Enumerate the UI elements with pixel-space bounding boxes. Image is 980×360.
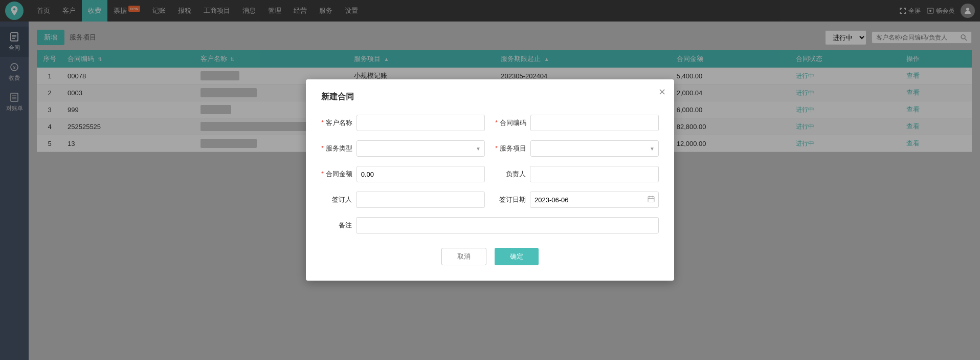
label-contract-code: 合同编码 bbox=[495, 118, 526, 128]
input-amount[interactable] bbox=[357, 166, 485, 182]
modal-close-button[interactable]: ✕ bbox=[658, 87, 666, 98]
field-contract-code: 合同编码 bbox=[495, 115, 659, 131]
field-sign-date: 签订日期 bbox=[495, 192, 659, 208]
confirm-button[interactable]: 确定 bbox=[495, 248, 539, 265]
input-sign-date[interactable] bbox=[530, 192, 659, 208]
input-contract-code[interactable] bbox=[530, 115, 659, 131]
form-row-5: 备注 bbox=[321, 217, 659, 234]
modal-title: 新建合同 bbox=[321, 92, 659, 102]
label-responsible: 负责人 bbox=[495, 170, 526, 179]
field-notes: 备注 bbox=[321, 217, 659, 234]
label-service-type: 服务类型 bbox=[321, 144, 352, 153]
field-client-name: 客户名称 bbox=[321, 115, 485, 131]
select-service-type[interactable] bbox=[357, 140, 485, 157]
label-signer: 签订人 bbox=[321, 195, 352, 204]
label-amount: 合同金额 bbox=[321, 170, 352, 179]
label-client-name: 客户名称 bbox=[321, 118, 352, 128]
cancel-button[interactable]: 取消 bbox=[441, 248, 486, 265]
label-service-item: 服务项目 bbox=[495, 144, 526, 153]
input-signer[interactable] bbox=[356, 192, 485, 208]
field-amount: 合同金额 bbox=[321, 166, 485, 182]
input-notes[interactable] bbox=[356, 217, 659, 234]
field-signer: 签订人 bbox=[321, 192, 485, 208]
modal-overlay[interactable]: ✕ 新建合同 客户名称 合同编码 服务类型 bbox=[0, 0, 980, 360]
label-notes: 备注 bbox=[321, 221, 352, 230]
modal-footer: 取消 确定 bbox=[321, 248, 659, 265]
form-row-3: 合同金额 负责人 bbox=[321, 166, 659, 182]
field-service-item: 服务项目 bbox=[495, 140, 659, 157]
field-responsible: 负责人 bbox=[495, 166, 659, 182]
modal-dialog: ✕ 新建合同 客户名称 合同编码 服务类型 bbox=[306, 79, 674, 281]
form-row-4: 签订人 签订日期 bbox=[321, 192, 659, 208]
label-sign-date: 签订日期 bbox=[495, 195, 526, 204]
form-row-2: 服务类型 服务项目 bbox=[321, 140, 659, 157]
form-row-1: 客户名称 合同编码 bbox=[321, 115, 659, 131]
select-service-item[interactable] bbox=[530, 140, 659, 157]
input-client-name[interactable] bbox=[357, 115, 485, 131]
field-service-type: 服务类型 bbox=[321, 140, 485, 157]
input-responsible[interactable] bbox=[530, 166, 659, 182]
